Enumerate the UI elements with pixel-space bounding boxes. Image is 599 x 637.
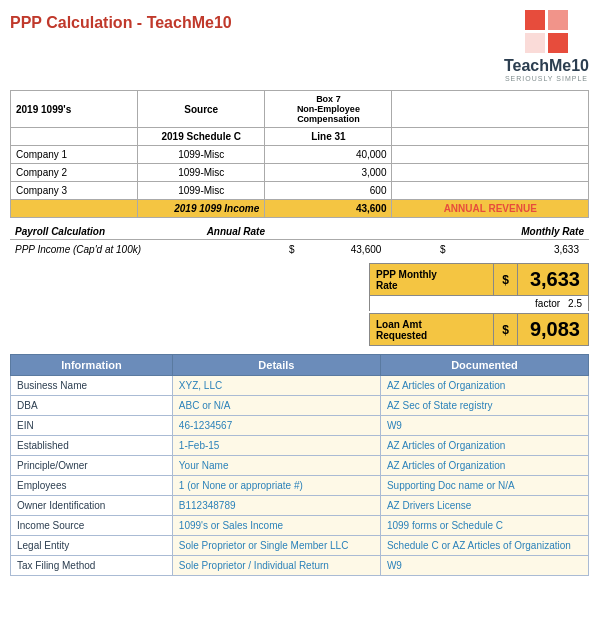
info-documented: AZ Articles of Organization [380,436,588,456]
info-detail: Sole Proprietor or Single Member LLC [172,536,380,556]
income-total-empty1 [11,200,138,218]
company-1-source: 1099-Misc [138,146,265,164]
info-detail: 1-Feb-15 [172,436,380,456]
logo-name: TeachMe10 [504,57,589,75]
ppp-income-row: PPP Income (Cap'd at 100k) $ 43,600 $ 3,… [10,240,589,260]
schedule-c-line: Line 31 [265,128,392,146]
info-label: Principle/Owner [11,456,173,476]
info-label: Established [11,436,173,456]
annual-revenue-label: ANNUAL REVENUE [392,200,589,218]
company-1-amount: 40,000 [265,146,392,164]
ppp-monthly-label: PPP MonthlyRate [370,264,494,295]
annual-rate-header: Annual Rate [172,224,299,240]
ppp-income-label: PPP Income (Cap'd at 100k) [10,240,172,260]
company-2-name: Company 2 [11,164,138,182]
table-row: Company 1 1099-Misc 40,000 [11,146,589,164]
info-col-information: Information [11,355,173,376]
info-detail: ABC or N/A [172,396,380,416]
ppp-monthly-rate-value: 3,633 [518,264,588,295]
logo-square-1 [525,10,545,30]
highlight-boxes-area: PPP MonthlyRate $ 3,633 factor 2.5 Loan … [10,263,589,346]
ppp-monthly-value-static: 3,633 [451,242,584,257]
company-1-name: Company 1 [11,146,138,164]
company-2-source: 1099-Misc [138,164,265,182]
info-table-row: EIN46-1234567W9 [11,416,589,436]
info-label: Tax Filing Method [11,556,173,576]
company-1-empty [392,146,589,164]
info-documented: AZ Articles of Organization [380,376,588,396]
info-label: Owner Identification [11,496,173,516]
info-documented: AZ Articles of Organization [380,456,588,476]
ppp-monthly-dollar-static: $ [391,242,450,257]
ppp-monthly-right: $ 3,633 [386,240,589,260]
logo-tagline: SERIOUSLY SIMPLE [505,75,588,82]
info-table-row: Established1-Feb-15AZ Articles of Organi… [11,436,589,456]
info-table-row: Income Source1099's or Sales Income1099 … [11,516,589,536]
info-col-details: Details [172,355,380,376]
info-detail: 1 (or None or appropriate #) [172,476,380,496]
company-3-source: 1099-Misc [138,182,265,200]
page-title: PPP Calculation - TeachMe10 [10,10,232,36]
ppp-monthly-dollar-icon: $ [494,264,518,295]
ppp-annual-value: 43,600 [299,240,386,260]
col-1099-header: 2019 1099's [11,91,138,128]
table-row: Company 2 1099-Misc 3,000 [11,164,589,182]
col-source-header: Source [138,91,265,128]
monthly-rate-header: Monthly Rate [386,224,589,240]
info-documented: AZ Drivers License [380,496,588,516]
info-documented: W9 [380,556,588,576]
factor-label: factor [535,298,560,309]
info-table-row: Employees1 (or None or appropriate #)Sup… [11,476,589,496]
info-label: Legal Entity [11,536,173,556]
payroll-calc-header: Payroll Calculation [10,224,172,240]
factor-value: 2.5 [568,298,582,309]
loan-value: 9,083 [518,314,588,345]
income-total-row: 2019 1099 Income 43,600 ANNUAL REVENUE [11,200,589,218]
info-label: EIN [11,416,173,436]
info-table-row: Principle/OwnerYour NameAZ Articles of O… [11,456,589,476]
logo-square-3 [525,33,545,53]
left-spacer [10,263,369,346]
info-detail: 46-1234567 [172,416,380,436]
logo-square-2 [548,10,568,30]
schedule-c-empty1 [11,128,138,146]
loan-dollar-icon: $ [494,314,518,345]
income-label: 2019 1099 Income [138,200,265,218]
company-2-empty [392,164,589,182]
loan-amt-label: Loan AmtRequested [370,314,494,345]
company-3-empty [392,182,589,200]
logo-grid [525,10,568,53]
info-table-row: Legal EntitySole Proprietor or Single Me… [11,536,589,556]
payroll-empty-header [299,224,386,240]
info-label: Business Name [11,376,173,396]
table-row: Company 3 1099-Misc 600 [11,182,589,200]
info-table-row: Tax Filing MethodSole Proprietor / Indiv… [11,556,589,576]
info-detail: Your Name [172,456,380,476]
info-documented: W9 [380,416,588,436]
info-col-documented: Documented [380,355,588,376]
info-documented: 1099 forms or Schedule C [380,516,588,536]
company-3-amount: 600 [265,182,392,200]
information-table: Information Details Documented Business … [10,354,589,576]
info-table-row: Business NameXYZ, LLCAZ Articles of Orga… [11,376,589,396]
info-table-row: DBAABC or N/AAZ Sec of State registry [11,396,589,416]
info-detail: XYZ, LLC [172,376,380,396]
info-label: DBA [11,396,173,416]
company-2-amount: 3,000 [265,164,392,182]
col-empty-header [392,91,589,128]
info-documented: Schedule C or AZ Articles of Organizatio… [380,536,588,556]
info-detail: Sole Proprietor / Individual Return [172,556,380,576]
info-detail: 1099's or Sales Income [172,516,380,536]
info-documented: Supporting Doc name or N/A [380,476,588,496]
ppp-dollar-sign: $ [172,240,299,260]
factor-row: factor 2.5 [369,296,589,311]
logo-square-4 [548,33,568,53]
company-3-name: Company 3 [11,182,138,200]
schedule-c-empty2 [392,128,589,146]
info-detail: B112348789 [172,496,380,516]
ppp-boxes: PPP MonthlyRate $ 3,633 factor 2.5 Loan … [369,263,589,346]
info-label: Employees [11,476,173,496]
calculation-table: 2019 1099's Source Box 7Non-EmployeeComp… [10,90,589,218]
logo-area: TeachMe10 SERIOUSLY SIMPLE [504,10,589,82]
schedule-c-label: 2019 Schedule C [138,128,265,146]
